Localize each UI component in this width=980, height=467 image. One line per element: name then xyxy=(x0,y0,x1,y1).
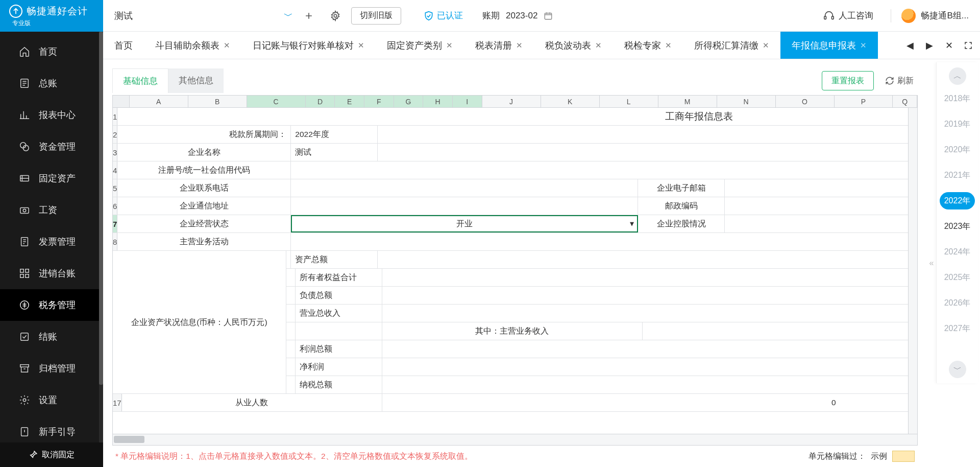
sidebar-item-invoice[interactable]: 发票管理 xyxy=(0,226,103,258)
cell[interactable]: 企业联系电话 xyxy=(117,179,291,197)
tabs-close-all[interactable]: ✕ xyxy=(939,32,959,59)
sheet-vertical-scrollbar[interactable] xyxy=(908,108,917,434)
column-header-F[interactable]: F xyxy=(364,96,394,107)
cell[interactable] xyxy=(291,233,917,250)
business-status-select[interactable]: 开业▾ xyxy=(291,215,638,232)
verified-badge[interactable]: 已认证 xyxy=(424,10,463,21)
year-2025年[interactable]: 2025年 xyxy=(937,265,978,290)
cell[interactable] xyxy=(382,376,917,393)
refresh-button[interactable]: 刷新 xyxy=(885,76,914,86)
cell[interactable] xyxy=(378,144,917,161)
year-2027年[interactable]: 2027年 xyxy=(937,316,978,341)
column-header-I[interactable]: I xyxy=(453,96,482,107)
row-header-8[interactable]: 8 xyxy=(113,233,117,250)
cell[interactable]: 主营业务活动 xyxy=(117,233,291,250)
subtab-other-info[interactable]: 其他信息 xyxy=(168,68,224,93)
cell[interactable] xyxy=(378,251,917,268)
sheet-horizontal-scrollbar[interactable] xyxy=(113,434,917,445)
cell[interactable]: 纳税总额 xyxy=(296,376,382,393)
close-icon[interactable]: ✕ xyxy=(860,41,867,50)
accounting-period[interactable]: 账期 2023-02 xyxy=(482,10,553,21)
column-header-J[interactable]: J xyxy=(482,96,541,107)
close-icon[interactable]: ✕ xyxy=(595,41,602,50)
cell[interactable]: 所有者权益合计 xyxy=(296,269,382,286)
cell[interactable] xyxy=(291,179,638,197)
column-header-E[interactable]: E xyxy=(335,96,364,107)
column-header-N[interactable]: N xyxy=(717,96,776,107)
row-header-17[interactable]: 17 xyxy=(113,394,122,411)
sidebar-item-fund[interactable]: 资金管理 xyxy=(0,131,103,162)
fullscreen-icon[interactable] xyxy=(959,32,978,59)
cell[interactable] xyxy=(291,197,638,215)
close-icon[interactable]: ✕ xyxy=(763,41,769,50)
cell[interactable] xyxy=(382,340,917,358)
sidebar-item-psi[interactable]: 进销台账 xyxy=(0,258,103,289)
select-all-cell[interactable] xyxy=(113,96,130,107)
cell[interactable]: 从业人数 xyxy=(122,394,382,411)
years-scroll-up[interactable]: ︿ xyxy=(949,67,966,85)
gear-icon[interactable] xyxy=(329,9,342,22)
cell[interactable]: 企业通信地址 xyxy=(117,197,291,215)
close-icon[interactable]: ✕ xyxy=(446,41,453,50)
support-button[interactable]: 人工咨询 xyxy=(823,10,873,21)
cell[interactable]: 企业经营状态 xyxy=(117,215,291,232)
tab-首页[interactable]: 首页 xyxy=(103,32,144,59)
year-2021年[interactable]: 2021年 xyxy=(937,162,978,188)
cell[interactable]: 企业电子邮箱 xyxy=(638,179,725,197)
year-2019年[interactable]: 2019年 xyxy=(937,111,978,137)
row-header-2[interactable]: 2 xyxy=(113,126,117,143)
tab-税检专家[interactable]: 税检专家✕ xyxy=(613,32,683,59)
column-header-B[interactable]: B xyxy=(188,96,247,107)
column-header-M[interactable]: M xyxy=(658,96,717,107)
column-header-P[interactable]: P xyxy=(835,96,893,107)
row-header-5[interactable]: 5 xyxy=(113,179,117,197)
tab-斗目辅助余额表[interactable]: 斗目辅助余额表✕ xyxy=(144,32,241,59)
years-scroll-down[interactable]: ﹀ xyxy=(949,361,966,378)
cell[interactable] xyxy=(725,179,917,197)
tab-日记账与银行对账单核对[interactable]: 日记账与银行对账单核对✕ xyxy=(241,32,376,59)
sidebar-item-home[interactable]: 首页 xyxy=(0,36,103,67)
cell[interactable]: 工商年报信息表 xyxy=(117,108,917,125)
cell[interactable]: 利润总额 xyxy=(296,340,382,358)
column-header-Q[interactable]: Q xyxy=(893,96,917,107)
sidebar-scrollbar[interactable] xyxy=(99,32,103,442)
year-2026年[interactable]: 2026年 xyxy=(937,290,978,316)
cell[interactable]: 私营企业 xyxy=(725,215,917,232)
column-header-L[interactable]: L xyxy=(600,96,658,107)
cell[interactable]: 注册号/统一社会信用代码 xyxy=(117,161,291,179)
cell[interactable]: 测试 xyxy=(291,144,378,161)
year-2018年[interactable]: 2018年 xyxy=(937,86,978,111)
sidebar-item-setting[interactable]: 设置 xyxy=(0,384,103,416)
row-header-6[interactable]: 6 xyxy=(113,197,117,215)
year-2020年[interactable]: 2020年 xyxy=(937,137,978,162)
cell[interactable] xyxy=(378,126,917,143)
year-2022年[interactable]: 2022年 xyxy=(940,192,975,209)
cell[interactable] xyxy=(291,161,917,179)
user-menu[interactable]: 畅捷通B组... xyxy=(901,9,969,23)
sidebar-item-report[interactable]: 报表中心 xyxy=(0,99,103,131)
cell[interactable]: 企业控股情况 xyxy=(638,215,725,232)
column-header-A[interactable]: A xyxy=(130,96,188,107)
account-select[interactable]: 测试 ﹀ xyxy=(114,7,293,25)
cell[interactable] xyxy=(725,197,917,215)
cell[interactable]: 企业名称 xyxy=(117,144,291,161)
subtab-basic-info[interactable]: 基础信息 xyxy=(112,68,168,93)
cell[interactable] xyxy=(643,322,917,340)
close-icon[interactable]: ✕ xyxy=(665,41,672,50)
cell[interactable] xyxy=(296,322,382,340)
cell[interactable]: 税款所属期间： xyxy=(117,126,291,143)
row-header-4[interactable]: 4 xyxy=(113,161,117,179)
year-2023年[interactable]: 2023年 xyxy=(937,214,978,239)
sidebar-item-close[interactable]: 结账 xyxy=(0,321,103,353)
close-icon[interactable]: ✕ xyxy=(516,41,523,50)
sidebar-item-archive[interactable]: 归档管理 xyxy=(0,353,103,384)
tab-税表清册[interactable]: 税表清册✕ xyxy=(464,32,534,59)
cell[interactable]: 其中：主营业务收入 xyxy=(382,322,643,340)
close-icon[interactable]: ✕ xyxy=(358,41,364,50)
grid-body[interactable]: 1工商年报信息表2税款所属期间：2022年度3企业名称测试4注册号/统一社会信用… xyxy=(113,108,917,434)
column-header-G[interactable]: G xyxy=(394,96,424,107)
tab-年报信息申报表[interactable]: 年报信息申报表✕ xyxy=(780,32,878,59)
column-header-D[interactable]: D xyxy=(306,96,335,107)
cell[interactable] xyxy=(382,305,917,322)
tab-税负波动表[interactable]: 税负波动表✕ xyxy=(534,32,613,59)
